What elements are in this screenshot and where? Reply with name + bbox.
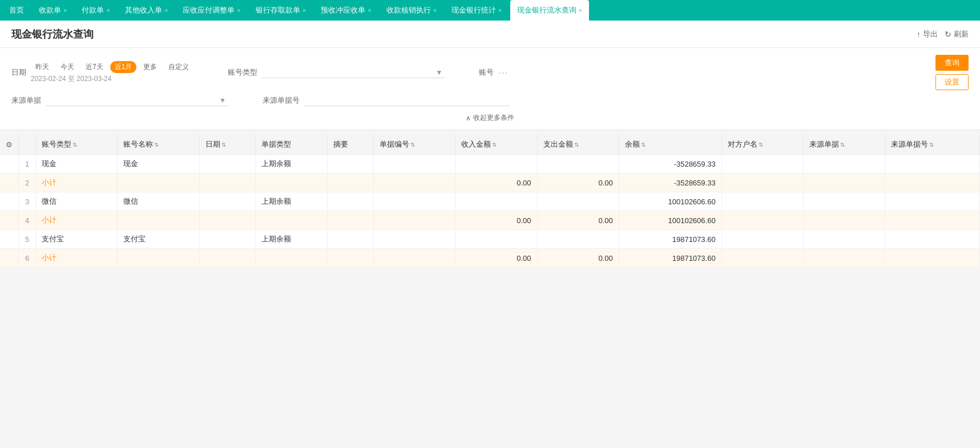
close-icon[interactable]: ×	[579, 7, 582, 14]
sort-icon: ⇅	[492, 142, 497, 148]
header-actions: ↑ 导出 ↻ 刷新	[917, 29, 969, 39]
nav-other-income[interactable]: 其他收入单 ×	[118, 0, 175, 21]
refresh-button[interactable]: ↻ 刷新	[945, 29, 969, 39]
th-source-doc-no[interactable]: 来源单据号⇅	[885, 135, 980, 155]
date-today-btn[interactable]: 今天	[56, 61, 79, 73]
nav-verification[interactable]: 收款核销执行 ×	[380, 0, 443, 21]
close-icon[interactable]: ×	[498, 7, 502, 14]
date-more-btn[interactable]: 更多	[139, 61, 162, 73]
account-type-select[interactable]: ▼	[262, 67, 445, 78]
sort-icon: ⇅	[221, 142, 226, 148]
nav-cash-flow-query[interactable]: 现金银行流水查询 ×	[510, 0, 589, 21]
account-label: 账号	[479, 67, 494, 78]
date-filter: 日期 昨天 今天 近7天 近1月 更多 自定义 2023-02-24 至 202…	[11, 61, 193, 84]
export-button[interactable]: ↑ 导出	[917, 29, 938, 39]
th-account-name[interactable]: 账号名称⇅	[118, 135, 199, 155]
close-icon[interactable]: ×	[237, 7, 240, 14]
export-icon: ↑	[917, 30, 921, 39]
nav-receipt[interactable]: 收款单 ×	[32, 0, 74, 21]
filter-area: 日期 昨天 今天 近7天 近1月 更多 自定义 2023-02-24 至 202…	[0, 48, 980, 130]
source-doc-label: 来源单据	[11, 95, 41, 106]
nav-bank-deposit[interactable]: 银行存取款单 ×	[249, 0, 313, 21]
date-custom-btn[interactable]: 自定义	[164, 61, 193, 73]
filter-row-2: 来源单据 ▼ 来源单据号	[11, 95, 969, 106]
source-doc-num-label: 来源单据号	[263, 95, 300, 106]
table-row[interactable]: 3微信微信上期余额100102606.60	[0, 192, 980, 211]
source-doc-num-input[interactable]	[304, 95, 510, 106]
date-7days-btn[interactable]: 近7天	[81, 61, 108, 73]
page-title: 现金银行流水查询	[11, 27, 94, 41]
th-expense[interactable]: 支出金额⇅	[537, 135, 619, 155]
sort-icon: ⇅	[759, 142, 763, 148]
chevron-down-icon: ▼	[435, 68, 442, 76]
sort-icon: ⇅	[929, 142, 934, 148]
account-type-label: 账号类型	[228, 67, 257, 78]
settings-button[interactable]: 设置	[935, 74, 969, 90]
th-account-type[interactable]: 账号类型⇅	[36, 135, 118, 155]
source-doc-filter: 来源单据 ▼	[11, 95, 228, 106]
source-doc-select[interactable]: ▼	[46, 95, 228, 106]
action-buttons: 查询 设置	[935, 55, 969, 90]
th-counterpart[interactable]: 对方户名⇅	[721, 135, 803, 155]
th-date[interactable]: 日期⇅	[199, 135, 255, 155]
sort-icon: ⇅	[574, 142, 579, 148]
date-1month-btn[interactable]: 近1月	[110, 61, 137, 73]
top-nav: 首页 收款单 × 付款单 × 其他收入单 × 应收应付调整单 × 银行存取款单 …	[0, 0, 980, 21]
table-body: 1现金现金上期余额-3528659.332小计0.000.00-3528659.…	[0, 155, 980, 268]
refresh-icon: ↻	[945, 30, 951, 39]
more-options-icon[interactable]: ···	[498, 68, 509, 77]
table-row[interactable]: 6小计0.000.0019871073.60	[0, 249, 980, 268]
source-doc-num-filter: 来源单据号	[263, 95, 510, 106]
th-summary[interactable]: 摘要	[327, 135, 373, 155]
close-icon[interactable]: ×	[106, 7, 110, 14]
close-icon[interactable]: ×	[164, 7, 168, 14]
sort-icon: ⇅	[641, 142, 646, 148]
nav-prepaid[interactable]: 预收冲应收单 ×	[314, 0, 378, 21]
close-icon[interactable]: ×	[368, 7, 371, 14]
nav-payment[interactable]: 付款单 ×	[75, 0, 116, 21]
account-type-filter: 账号类型 ▼	[228, 67, 445, 78]
close-icon[interactable]: ×	[303, 7, 306, 14]
th-settings[interactable]: ⚙	[0, 135, 19, 155]
table-header-row: ⚙ 账号类型⇅ 账号名称⇅ 日期⇅ 单据类型 摘要 单据编号⇅	[0, 135, 980, 155]
nav-adjustment[interactable]: 应收应付调整单 ×	[176, 0, 247, 21]
th-doc-no[interactable]: 单据编号⇅	[374, 135, 455, 155]
date-range-display: 2023-02-24 至 2023-03-24	[31, 74, 193, 84]
table-container: ⚙ 账号类型⇅ 账号名称⇅ 日期⇅ 单据类型 摘要 单据编号⇅	[0, 135, 980, 268]
date-label: 日期	[11, 67, 26, 78]
table-row[interactable]: 4小计0.000.00100102606.60	[0, 211, 980, 230]
close-icon[interactable]: ×	[63, 7, 67, 14]
nav-home[interactable]: 首页	[2, 0, 31, 21]
close-icon[interactable]: ×	[433, 7, 437, 14]
sort-icon: ⇅	[72, 142, 77, 148]
page-header: 现金银行流水查询 ↑ 导出 ↻ 刷新	[0, 21, 980, 48]
table-row[interactable]: 1现金现金上期余额-3528659.33	[0, 155, 980, 173]
data-table: ⚙ 账号类型⇅ 账号名称⇅ 日期⇅ 单据类型 摘要 单据编号⇅	[0, 135, 980, 268]
account-filter: 账号 ···	[479, 67, 509, 78]
table-row[interactable]: 5支付宝支付宝上期余额19871073.60	[0, 230, 980, 249]
sort-icon: ⇅	[840, 142, 845, 148]
filter-row-1: 日期 昨天 今天 近7天 近1月 更多 自定义 2023-02-24 至 202…	[11, 55, 969, 90]
chevron-up-icon: ∧	[466, 114, 471, 122]
sort-icon: ⇅	[154, 142, 159, 148]
nav-cash-stats[interactable]: 现金银行统计 ×	[445, 0, 509, 21]
collapse-bar[interactable]: ∧ 收起更多条件	[11, 111, 969, 125]
th-doc-type[interactable]: 单据类型	[255, 135, 327, 155]
date-yesterday-btn[interactable]: 昨天	[31, 61, 54, 73]
sort-icon: ⇅	[410, 142, 415, 148]
th-income[interactable]: 收入金额⇅	[455, 135, 537, 155]
table-row[interactable]: 2小计0.000.00-3528659.33	[0, 173, 980, 192]
date-options: 昨天 今天 近7天 近1月 更多 自定义	[31, 61, 193, 73]
query-button[interactable]: 查询	[935, 55, 969, 71]
th-source-doc[interactable]: 来源单据⇅	[803, 135, 885, 155]
th-row-num	[19, 135, 36, 155]
th-balance[interactable]: 余额⇅	[619, 135, 721, 155]
chevron-down-icon: ▼	[219, 96, 226, 104]
